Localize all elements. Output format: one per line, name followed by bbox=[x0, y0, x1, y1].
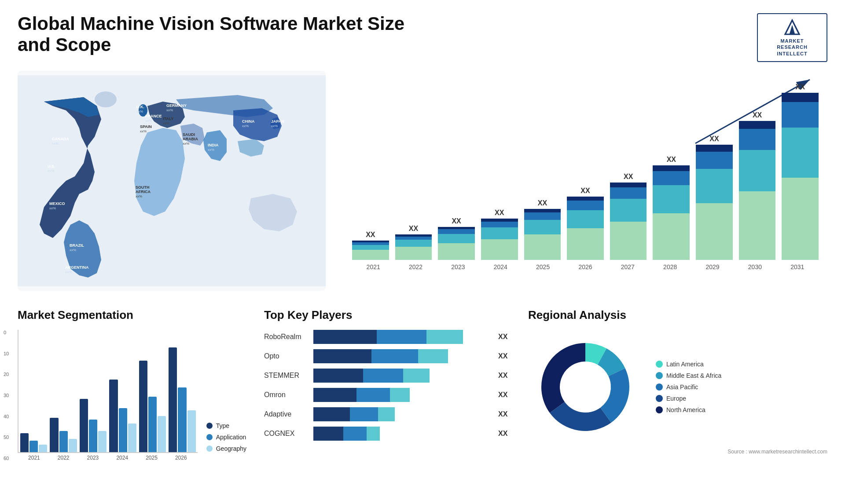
bar-stack bbox=[481, 219, 518, 259]
svg-text:xx%: xx% bbox=[52, 142, 59, 146]
svg-text:FRANCE: FRANCE bbox=[145, 114, 162, 118]
players-title: Top Key Players bbox=[264, 308, 511, 322]
bar-top-label: XX bbox=[796, 83, 805, 91]
regional-inner: Latin AmericaMiddle East & AfricaAsia Pa… bbox=[528, 330, 827, 444]
segmentation-section: Market Segmentation 6050403020100 202120… bbox=[18, 308, 246, 461]
bar-segment bbox=[395, 247, 432, 260]
segmentation-title: Market Segmentation bbox=[18, 308, 246, 322]
svg-marker-1 bbox=[790, 25, 795, 34]
player-bar-segment bbox=[313, 349, 371, 363]
seg-bar-group bbox=[139, 361, 166, 452]
bar-segment bbox=[610, 199, 647, 222]
seg-bar-group bbox=[169, 347, 195, 452]
bar-segment bbox=[739, 129, 776, 150]
players-section: Top Key Players RoboRealmXXOptoXXSTEMMER… bbox=[264, 308, 511, 461]
seg-bar bbox=[148, 397, 157, 452]
bar-segment bbox=[696, 152, 733, 169]
bar-segment bbox=[352, 245, 389, 250]
bar-segment bbox=[438, 243, 475, 260]
bar-segment bbox=[696, 145, 733, 151]
bar-segment bbox=[481, 222, 518, 228]
bar-group: XX bbox=[567, 187, 604, 260]
seg-bar bbox=[98, 431, 107, 452]
player-bar-segment bbox=[363, 369, 403, 383]
legend-label: Type bbox=[216, 422, 229, 429]
player-bar-segment bbox=[403, 369, 430, 383]
logo: MARKET RESEARCH INTELLECT bbox=[757, 13, 827, 62]
player-name: Opto bbox=[264, 352, 308, 360]
svg-text:xx%: xx% bbox=[140, 129, 147, 133]
bar-stack bbox=[352, 241, 389, 260]
player-xx-label: XX bbox=[498, 333, 511, 341]
seg-bar bbox=[39, 445, 47, 452]
seg-bar-group bbox=[80, 399, 107, 452]
seg-bar bbox=[187, 410, 196, 452]
bar-year-label: 2026 bbox=[564, 263, 606, 270]
legend-item: Application bbox=[206, 434, 246, 441]
bar-year-label: 2031 bbox=[776, 263, 819, 270]
seg-year-label: 2025 bbox=[137, 455, 166, 461]
bottom-section: Market Segmentation 6050403020100 202120… bbox=[18, 308, 827, 461]
player-name: COGNEX bbox=[264, 430, 308, 438]
player-bar-wrap bbox=[313, 388, 489, 402]
bar-segment bbox=[696, 203, 733, 260]
seg-bar-group bbox=[20, 433, 47, 452]
player-xx-label: XX bbox=[498, 372, 511, 380]
bar-segment bbox=[782, 102, 819, 128]
seg-bar bbox=[50, 418, 58, 452]
region-legend-item: North America bbox=[656, 406, 721, 413]
player-bar-segment bbox=[418, 349, 448, 363]
bar-top-label: XX bbox=[580, 187, 590, 195]
player-row: STEMMERXX bbox=[264, 369, 511, 383]
bar-segment bbox=[782, 128, 819, 178]
player-bar-wrap bbox=[313, 330, 489, 344]
bar-segment bbox=[782, 178, 819, 260]
bar-group: XX bbox=[782, 83, 819, 260]
svg-text:xx%: xx% bbox=[242, 124, 249, 128]
bar-year-label: 2030 bbox=[734, 263, 776, 270]
legend-dot bbox=[206, 446, 213, 452]
bar-segment bbox=[567, 197, 604, 201]
bar-group: XX bbox=[696, 135, 733, 259]
legend-label: Application bbox=[216, 434, 246, 441]
bar-segment bbox=[610, 222, 647, 260]
bar-top-label: XX bbox=[624, 173, 633, 181]
bar-chart-inner: XXXXXXXXXXXXXXXXXXXXXX bbox=[352, 75, 819, 260]
bar-segment bbox=[524, 220, 561, 234]
player-xx-label: XX bbox=[498, 410, 511, 418]
map-svg: CANADA xx% U.S. xx% MEXICO xx% BRAZIL xx… bbox=[18, 71, 326, 291]
player-bar-segment bbox=[350, 407, 378, 421]
player-xx-label: XX bbox=[498, 352, 511, 360]
svg-text:xx%: xx% bbox=[166, 108, 173, 112]
svg-text:xx%: xx% bbox=[49, 206, 56, 210]
bar-year-label: 2022 bbox=[394, 263, 437, 270]
svg-text:ARGENTINA: ARGENTINA bbox=[65, 265, 89, 270]
bar-segment bbox=[610, 187, 647, 199]
player-name: Omron bbox=[264, 391, 308, 399]
bar-top-label: XX bbox=[709, 135, 719, 143]
player-xx-label: XX bbox=[498, 430, 511, 438]
seg-bar bbox=[59, 431, 68, 452]
player-bar-segment bbox=[377, 330, 426, 344]
source-text: Source : www.marketresearchintellect.com bbox=[528, 449, 827, 455]
seg-year-labels: 202120222023202420252026 bbox=[18, 455, 198, 461]
bar-segment bbox=[696, 169, 733, 203]
donut-chart bbox=[528, 330, 643, 444]
bar-top-label: XX bbox=[495, 209, 504, 217]
svg-text:xx%: xx% bbox=[136, 110, 143, 113]
svg-text:xx%: xx% bbox=[145, 119, 152, 123]
seg-chart-wrap: 6050403020100 202120222023202420252026 bbox=[18, 330, 198, 461]
bar-group: XX bbox=[352, 231, 389, 260]
bar-stack bbox=[739, 121, 776, 260]
bar-year-label: 2024 bbox=[479, 263, 522, 270]
bar-chart-container: XXXXXXXXXXXXXXXXXXXXXX 20212022202320242… bbox=[343, 71, 827, 291]
svg-text:INDIA: INDIA bbox=[208, 143, 219, 147]
bar-group: XX bbox=[395, 225, 432, 260]
regional-section: Regional Analysis Latin AmericaMiddle Ea… bbox=[528, 308, 827, 461]
bar-segment bbox=[653, 213, 690, 260]
seg-year-label: 2024 bbox=[107, 455, 137, 461]
world-map: CANADA xx% U.S. xx% MEXICO xx% BRAZIL xx… bbox=[18, 71, 326, 291]
players-list: RoboRealmXXOptoXXSTEMMERXXOmronXXAdaptiv… bbox=[264, 330, 511, 441]
bar-top-label: XX bbox=[452, 217, 461, 225]
region-dot bbox=[656, 406, 663, 413]
